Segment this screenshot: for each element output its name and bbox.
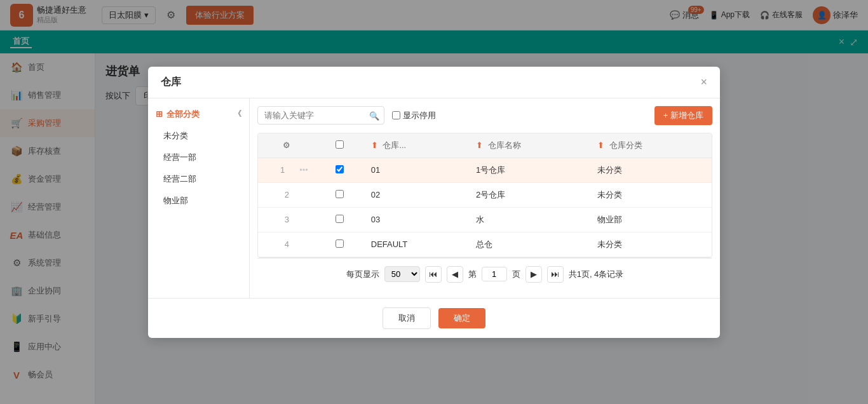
- last-page-icon: ⏭: [551, 269, 559, 279]
- category-item-property[interactable]: 物业部: [148, 190, 249, 212]
- per-page-select[interactable]: 50 10 20 100: [384, 266, 420, 282]
- modal-title: 仓库: [161, 76, 181, 89]
- col-name-label: 仓库名称: [488, 140, 521, 150]
- prev-page-button[interactable]: ◀: [447, 266, 463, 283]
- table-row[interactable]: 3 03 水 物业部: [258, 207, 712, 232]
- row-checkbox-cell: [316, 158, 363, 182]
- more-dots-icon: •••: [299, 165, 308, 175]
- search-bar: 🔍 显示停用 + 新增仓库: [257, 106, 712, 125]
- page-number-input[interactable]: [482, 267, 507, 281]
- settings-col-icon: ⚙: [283, 140, 290, 150]
- search-icon[interactable]: 🔍: [369, 111, 379, 120]
- modal-body: ⊞ 全部分类 《 未分类 经营一部 经营二部 物业部 🔍: [148, 98, 720, 298]
- warehouse-table: ⚙ ⬆ 仓库... ⬆: [257, 133, 712, 258]
- row-category: 未分类: [590, 158, 712, 182]
- total-text: 共1页, 4条记录: [569, 269, 624, 280]
- row-num: 4: [258, 232, 316, 257]
- row-category: 未分类: [590, 182, 712, 207]
- row-name: 水: [468, 207, 590, 232]
- row-name: 2号仓库: [468, 182, 590, 207]
- show-disabled-checkbox[interactable]: [392, 111, 400, 119]
- table-header-row: ⚙ ⬆ 仓库... ⬆: [258, 133, 712, 158]
- table-body: 1••• 01 1号仓库 未分类 2 02 2号仓库 未分类 3 03 水 物业…: [258, 158, 712, 257]
- th-name: ⬆ 仓库名称: [468, 133, 590, 158]
- sort-icon-name: ⬆: [476, 140, 483, 150]
- table-row[interactable]: 4 DEFAULT 总仓 未分类: [258, 232, 712, 257]
- cancel-button[interactable]: 取消: [383, 307, 431, 329]
- row-code: DEFAULT: [363, 232, 468, 257]
- row-checkbox-cell: [316, 207, 363, 232]
- pagination: 每页显示 50 10 20 100 ⏮ ◀ 第 页: [257, 258, 712, 290]
- category-item-ops1[interactable]: 经营一部: [148, 147, 249, 168]
- page-suffix: 页: [512, 269, 520, 280]
- next-page-icon: ▶: [531, 269, 537, 279]
- table-row[interactable]: 1••• 01 1号仓库 未分类: [258, 158, 712, 182]
- row-code: 01: [363, 158, 468, 182]
- th-category: ⬆ 仓库分类: [590, 133, 712, 158]
- next-page-button[interactable]: ▶: [526, 266, 542, 283]
- search-input[interactable]: [257, 106, 384, 125]
- row-category: 物业部: [590, 207, 712, 232]
- show-disabled-label: 显示停用: [392, 110, 436, 121]
- category-item-unclassified[interactable]: 未分类: [148, 125, 249, 147]
- row-code: 03: [363, 207, 468, 232]
- row-checkbox-cell: [316, 182, 363, 207]
- sort-icon-category: ⬆: [597, 140, 604, 150]
- search-input-wrap: 🔍: [257, 106, 384, 125]
- grid-icon: ⊞: [156, 109, 163, 119]
- modal-close-button[interactable]: ×: [700, 76, 707, 89]
- page-label: 第: [468, 269, 477, 280]
- row-checkbox[interactable]: [336, 165, 344, 173]
- select-all-checkbox[interactable]: [336, 140, 344, 149]
- row-num: 2: [258, 182, 316, 207]
- show-disabled-text: 显示停用: [403, 110, 436, 121]
- row-code: 02: [363, 182, 468, 207]
- row-checkbox-cell: [316, 232, 363, 257]
- prev-page-icon: ◀: [452, 269, 458, 279]
- all-category-header[interactable]: ⊞ 全部分类 《: [148, 104, 249, 125]
- row-checkbox[interactable]: [336, 190, 344, 198]
- modal-footer: 取消 确定: [148, 298, 720, 338]
- category-panel: ⊞ 全部分类 《 未分类 经营一部 经营二部 物业部: [148, 98, 250, 298]
- row-num: 3: [258, 207, 316, 232]
- add-warehouse-button[interactable]: + 新增仓库: [654, 106, 712, 125]
- th-settings: ⚙: [258, 133, 316, 158]
- sort-icon-code: ⬆: [371, 140, 378, 150]
- th-checkbox: [316, 133, 363, 158]
- first-page-icon: ⏮: [429, 269, 437, 279]
- category-item-ops2[interactable]: 经营二部: [148, 168, 249, 190]
- row-category: 未分类: [590, 232, 712, 257]
- confirm-button[interactable]: 确定: [438, 308, 485, 328]
- modal-overlay: 仓库 × ⊞ 全部分类 《 未分类 经营一部 经营二部 物业部: [0, 0, 868, 404]
- modal-header: 仓库 ×: [148, 67, 720, 98]
- row-num: 1•••: [258, 158, 316, 182]
- th-code: ⬆ 仓库...: [363, 133, 468, 158]
- row-name: 总仓: [468, 232, 590, 257]
- row-checkbox[interactable]: [336, 215, 344, 223]
- row-name: 1号仓库: [468, 158, 590, 182]
- col-category-label: 仓库分类: [609, 140, 642, 150]
- first-page-button[interactable]: ⏮: [425, 266, 442, 283]
- all-category-label: 全部分类: [166, 109, 200, 120]
- table: ⚙ ⬆ 仓库... ⬆: [258, 133, 712, 257]
- per-page-label: 每页显示: [346, 269, 379, 280]
- row-checkbox[interactable]: [336, 239, 344, 248]
- content-panel: 🔍 显示停用 + 新增仓库 ⚙: [250, 98, 720, 298]
- table-row[interactable]: 2 02 2号仓库 未分类: [258, 182, 712, 207]
- warehouse-modal: 仓库 × ⊞ 全部分类 《 未分类 经营一部 经营二部 物业部: [148, 67, 720, 338]
- last-page-button[interactable]: ⏭: [547, 266, 564, 283]
- col-code-label: 仓库...: [383, 140, 406, 150]
- collapse-button[interactable]: 《: [234, 109, 241, 119]
